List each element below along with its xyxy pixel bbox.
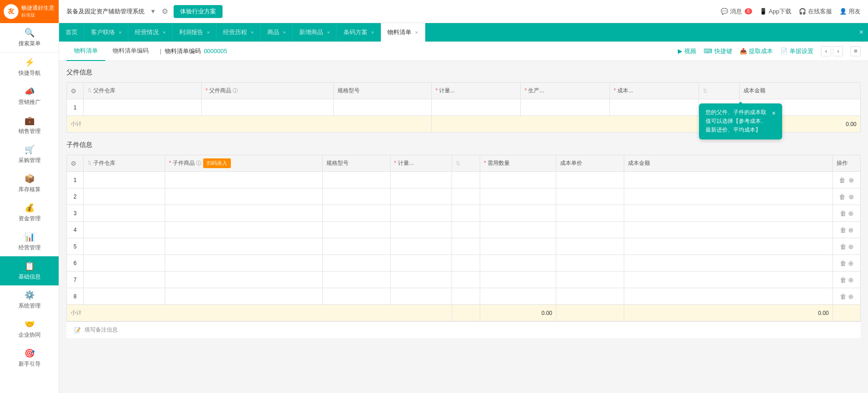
delete-icon-2[interactable]: 🗑 [839, 193, 845, 200]
single-settings-action[interactable]: 📄 单据设置 [780, 47, 814, 55]
parent-cell-product[interactable] [202, 99, 334, 116]
delete-icon-3[interactable]: 🗑 [840, 210, 846, 217]
delete-icon-4[interactable]: 🗑 [840, 226, 846, 234]
child-settings-icon[interactable]: ⚙ [71, 160, 77, 167]
copy-icon-8[interactable]: ⊕ [848, 293, 854, 300]
delete-icon-6[interactable]: 🗑 [840, 260, 846, 267]
nav-tab-profit-close[interactable]: × [207, 30, 210, 35]
sub-tab-bom[interactable]: 物料清单 [66, 42, 105, 61]
parent-cell-cost[interactable] [610, 99, 699, 116]
app-download-label: App下载 [769, 7, 791, 16]
nav-tab-customers-close[interactable]: × [119, 30, 121, 35]
child-row-1-unit[interactable] [390, 172, 452, 188]
copy-icon-7[interactable]: ⊕ [848, 276, 854, 284]
child-row-1-warehouse[interactable] [84, 172, 165, 188]
copy-icon[interactable]: ⊕ [849, 176, 854, 184]
sidebar-item-collab[interactable]: 🤝 企业协同 [0, 314, 59, 344]
nav-tab-products[interactable]: 商品 × [261, 23, 293, 42]
extract-cost-action[interactable]: 📤 提取成本 [740, 47, 773, 55]
parent-cell-warehouse[interactable] [84, 99, 202, 116]
nav-tab-profit[interactable]: 利润报告 × [173, 23, 217, 42]
user-action[interactable]: 👤 用友 [839, 7, 861, 16]
parent-th-cost: * 成本... [610, 83, 699, 99]
sidebar-item-basic-info[interactable]: 📋 基础信息 [0, 256, 59, 285]
gear-settings-icon[interactable]: ⚙ [162, 7, 168, 16]
tooltip-close-button[interactable]: × [772, 108, 776, 118]
close-all-tabs-button[interactable]: × [855, 23, 868, 42]
online-service-action[interactable]: 🎧 在线客服 [799, 7, 832, 16]
child-row-2-qty[interactable] [480, 188, 556, 205]
parent-cell-produce[interactable] [521, 99, 610, 116]
sidebar-item-quick-nav[interactable]: ⚡ 快捷导航 [0, 53, 59, 82]
delete-icon-5[interactable]: 🗑 [840, 243, 846, 250]
nav-tab-operations[interactable]: 经营情况 × [128, 23, 172, 42]
child-row-1-product[interactable] [165, 172, 323, 188]
view-action[interactable]: ▶ 视频 [678, 47, 696, 55]
sidebar-item-inventory[interactable]: 📦 库存核算 [0, 169, 59, 198]
child-row-2-spec[interactable] [322, 188, 390, 205]
sidebar-item-operations[interactable]: 📊 经营管理 [0, 227, 59, 256]
trial-button[interactable]: 体验行业方案 [174, 5, 223, 18]
shortcut-action[interactable]: ⌨ 快捷键 [704, 47, 732, 55]
nav-tab-operations-close[interactable]: × [163, 30, 165, 35]
copy-icon-6[interactable]: ⊕ [848, 260, 854, 267]
extract-icon: 📤 [740, 48, 747, 54]
next-arrow[interactable]: › [833, 46, 843, 56]
child-row-1-cost-amount[interactable] [624, 172, 832, 188]
sub-tabs-bar: 物料清单 物料清单编码 | 物料清单编码 0000005 ▶ 视频 ⌨ 快捷键 … [59, 42, 868, 61]
message-action[interactable]: 💬 消息 6 [721, 7, 752, 16]
prev-arrow[interactable]: ‹ [821, 46, 831, 56]
dropdown-arrow-icon[interactable]: ▼ [150, 8, 156, 15]
sidebar-item-finance[interactable]: 💰 资金管理 [0, 198, 59, 227]
parent-cell-unit[interactable] [432, 99, 521, 116]
app-title: 畅捷通好生意 [21, 5, 54, 12]
nav-tab-barcode-close[interactable]: × [371, 30, 374, 35]
delete-icon-8[interactable]: 🗑 [840, 293, 846, 300]
sidebar-item-purchase[interactable]: 🛒 采购管理 [0, 140, 59, 169]
menu-icon[interactable]: ≡ [850, 46, 861, 56]
delete-icon[interactable]: 🗑 [839, 176, 845, 184]
nav-tabs: 首页 客户联络 × 经营情况 × 利润报告 × 经营历程 × 商品 × 新增商品… [59, 23, 868, 42]
nav-tab-history[interactable]: 经营历程 × [217, 23, 260, 42]
settings-icon[interactable]: ⚙ [71, 87, 77, 95]
sub-tab-code[interactable]: 物料清单编码 [105, 42, 156, 61]
sidebar-item-sales[interactable]: 💼 销售管理 [0, 111, 59, 140]
child-row-1-spec[interactable] [322, 172, 390, 188]
copy-icon-3[interactable]: ⊕ [848, 210, 854, 217]
sidebar-item-system[interactable]: ⚙️ 系统管理 [0, 285, 59, 314]
copy-icon-4[interactable]: ⊕ [848, 226, 854, 234]
message-badge: 6 [745, 8, 752, 14]
child-row-2-cost-amount[interactable] [624, 188, 832, 205]
scan-button[interactable]: 扫码录入 [203, 158, 231, 168]
sidebar-item-guide[interactable]: 🎯 新手引导 [0, 344, 59, 373]
child-row-1-unit-cost[interactable] [556, 172, 624, 188]
nav-tab-bom-close[interactable]: × [415, 30, 418, 35]
nav-tab-products-close[interactable]: × [283, 30, 286, 35]
child-row-1-qty[interactable] [480, 172, 556, 188]
child-row-2-warehouse[interactable] [84, 188, 165, 205]
nav-tab-customers[interactable]: 客户联络 × [84, 23, 128, 42]
child-row-2-unit-cost[interactable] [556, 188, 624, 205]
topbar: 装备及固定资产辅助管理系统 ▼ ⚙ 体验行业方案 💬 消息 6 📱 App下载 … [59, 0, 868, 23]
copy-icon-2[interactable]: ⊕ [849, 193, 854, 200]
nav-tab-home[interactable]: 首页 [59, 23, 84, 42]
copy-icon-5[interactable]: ⊕ [848, 243, 854, 250]
child-row-2-product[interactable] [165, 188, 323, 205]
child-th-sort: ⇅ [452, 155, 480, 172]
view-label: 视频 [684, 47, 696, 55]
delete-icon-7[interactable]: 🗑 [840, 276, 846, 284]
sidebar-item-marketing[interactable]: 📣 营销推广 [0, 82, 59, 111]
nav-tab-bom[interactable]: 物料清单 × [381, 23, 425, 42]
child-th-spec: 规格型号 [322, 155, 390, 172]
nav-tab-history-close[interactable]: × [251, 30, 253, 35]
nav-tab-new-product-close[interactable]: × [327, 30, 330, 35]
nav-tab-operations-label: 经营情况 [135, 28, 159, 36]
parent-cell-spec[interactable] [333, 99, 432, 116]
app-download-action[interactable]: 📱 App下载 [760, 7, 791, 16]
nav-tab-new-product[interactable]: 新增商品 × [293, 23, 337, 42]
doc-settings-icon: 📄 [780, 48, 788, 54]
logo-icon: 友 [4, 4, 18, 19]
nav-tab-barcode[interactable]: 条码方案 × [337, 23, 381, 42]
child-row-2-unit[interactable] [390, 188, 452, 205]
sidebar-item-search[interactable]: 🔍 搜索菜单 [0, 23, 59, 53]
